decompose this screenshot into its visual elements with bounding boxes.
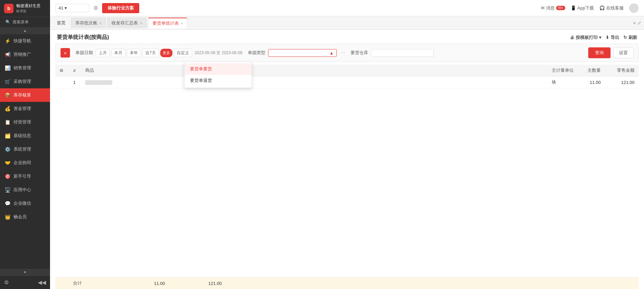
warehouse-label: 要货仓库 bbox=[351, 50, 368, 56]
chevron-down-icon: ▾ bbox=[65, 5, 67, 10]
online-service-btn[interactable]: 🎧 在线客服 bbox=[599, 5, 624, 11]
print-btn[interactable]: 🖨 按模板打印 ▾ bbox=[570, 35, 601, 41]
sidebar-item-icon-3: 🛒 bbox=[4, 78, 11, 85]
col-amount-header: 零售金额 bbox=[605, 65, 639, 76]
sidebar-item-7[interactable]: 🗂️ 基础信息 bbox=[0, 129, 50, 142]
date-7days-btn[interactable]: 近7天 bbox=[142, 49, 159, 57]
date-curr-month-btn[interactable]: 本月 bbox=[111, 49, 125, 57]
col-unit-header: 主计量单位 bbox=[548, 65, 578, 76]
app-download-btn[interactable]: 📱 App下载 bbox=[571, 5, 594, 11]
sidebar-search[interactable]: 🔍 搜索菜单 bbox=[0, 17, 50, 27]
gear-icon[interactable]: ⚙ bbox=[59, 68, 64, 73]
query-btn[interactable]: 查询 bbox=[588, 47, 611, 58]
app-name: 畅捷通好生意 bbox=[16, 3, 41, 9]
print-chevron: ▾ bbox=[599, 35, 601, 40]
sidebar-item-8[interactable]: ⚙️ 系统管理 bbox=[0, 142, 50, 156]
row-gear-0 bbox=[55, 76, 68, 88]
sidebar-item-label-9: 企业协同 bbox=[14, 160, 31, 166]
filter-expand-btn[interactable]: » bbox=[61, 48, 70, 58]
sidebar-item-1[interactable]: 📢 营销推广 bbox=[0, 48, 50, 61]
export-btn[interactable]: ⬇ 导出 bbox=[605, 35, 619, 41]
sidebar-scroll-up-btn[interactable]: ▲ bbox=[0, 27, 50, 34]
footer-amount: 121.00 bbox=[192, 281, 226, 286]
message-icon: ✉ bbox=[541, 5, 545, 10]
company-selector-value: 41 bbox=[58, 5, 63, 10]
sidebar-item-2[interactable]: 📊 销售管理 bbox=[0, 61, 50, 75]
tab-order-stat[interactable]: 要货单统计表 × bbox=[148, 18, 187, 28]
date-curr-year-btn[interactable]: 本年 bbox=[127, 49, 141, 57]
sidebar-item-3[interactable]: 🛒 采购管理 bbox=[0, 75, 50, 88]
sidebar-item-label-8: 系统管理 bbox=[14, 146, 31, 152]
dropdown-option-2[interactable]: 要货单退货 bbox=[185, 75, 252, 86]
tab-expand-btn[interactable]: ⤢ bbox=[637, 20, 641, 26]
type-select-arrow-icon[interactable]: ▲ bbox=[329, 50, 334, 55]
type-select-input[interactable] bbox=[271, 50, 328, 55]
sidebar-item-label-12: 企业微信 bbox=[14, 200, 31, 206]
filter-warehouse-group: 要货仓库 bbox=[351, 49, 434, 57]
warehouse-select-input[interactable] bbox=[374, 50, 431, 55]
settings-btn[interactable]: 设置 bbox=[613, 47, 634, 58]
col-num-header: # bbox=[68, 65, 81, 76]
sidebar-settings-icon[interactable]: ⚙ bbox=[4, 279, 9, 286]
sidebar-item-icon-9: 🤝 bbox=[4, 159, 11, 166]
tab-inventory-batch-close[interactable]: × bbox=[99, 21, 101, 25]
tab-order-stat-label: 要货单统计表 bbox=[152, 20, 179, 26]
sidebar-item-icon-2: 📊 bbox=[4, 65, 11, 71]
sidebar: b 畅捷通好生意 标准版 🔍 搜索菜单 ▲ ⚡ 快捷导航 📢 营销推广 📊 销售… bbox=[0, 0, 50, 289]
message-btn[interactable]: ✉ 消息 99+ bbox=[541, 5, 565, 11]
content-area: 要货单统计表(按商品) 🖨 按模板打印 ▾ ⬇ 导出 ↻ 刷新 » bbox=[50, 30, 644, 289]
sidebar-item-5[interactable]: 💰 资金管理 bbox=[0, 102, 50, 115]
sidebar-scroll-down-btn[interactable]: ▼ bbox=[0, 269, 50, 275]
tab-inventory-summary[interactable]: 收发存汇总表 × bbox=[107, 18, 146, 28]
dropdown-option-1[interactable]: 要货单要货 bbox=[185, 63, 252, 75]
date-custom-btn[interactable]: 自定义 bbox=[174, 49, 192, 57]
sidebar-item-icon-0: ⚡ bbox=[4, 38, 11, 44]
sidebar-item-9[interactable]: 🤝 企业协同 bbox=[0, 156, 50, 170]
sidebar-item-10[interactable]: 🎯 新手引导 bbox=[0, 170, 50, 183]
sidebar-item-11[interactable]: 🖥️ 应用中心 bbox=[0, 183, 50, 197]
topbar-gear-icon[interactable]: ⚙ bbox=[93, 5, 98, 11]
sidebar-item-0[interactable]: ⚡ 快捷导航 bbox=[0, 34, 50, 48]
sidebar-item-label-11: 应用中心 bbox=[14, 187, 31, 193]
type-select-wrapper[interactable]: ▲ bbox=[268, 49, 337, 57]
company-selector[interactable]: 41 ▾ bbox=[55, 4, 89, 12]
sidebar-item-label-6: 经营管理 bbox=[14, 119, 31, 125]
row-amount-0: 121.00 bbox=[605, 76, 639, 88]
download-icon: 📱 bbox=[571, 5, 576, 10]
print-label: 按模板打印 bbox=[576, 35, 598, 41]
refresh-btn[interactable]: ↻ 刷新 bbox=[623, 35, 637, 41]
table-row-0: 1 块 11.00 121.00 bbox=[55, 76, 639, 88]
product-placeholder-0 bbox=[85, 80, 112, 85]
filter-type-group: 单据类型 ▲ ··· bbox=[248, 49, 345, 57]
footer-label: 合计 bbox=[59, 280, 138, 286]
app-name-block: 畅捷通好生意 标准版 bbox=[16, 3, 41, 14]
topbar: 41 ▾ ⚙ 体验行业方案 ✉ 消息 99+ 📱 App下载 🎧 在线客服 bbox=[50, 0, 644, 16]
date-prev-month-btn[interactable]: 上月 bbox=[96, 49, 110, 57]
tab-home[interactable]: 首页 bbox=[53, 18, 70, 28]
date-btns: 上月 本月 本年 近7天 更多 自定义 bbox=[96, 49, 192, 57]
app-download-label: App下载 bbox=[577, 5, 594, 11]
app-version: 标准版 bbox=[16, 9, 41, 14]
message-label: 消息 bbox=[546, 5, 555, 11]
sidebar-item-6[interactable]: 📋 经营管理 bbox=[0, 115, 50, 129]
user-avatar[interactable] bbox=[629, 3, 639, 13]
sidebar-collapse-icon[interactable]: ◀◀ bbox=[38, 279, 46, 286]
date-more-btn[interactable]: 更多 bbox=[160, 49, 172, 57]
tab-expand-btns: × ⤢ bbox=[633, 20, 641, 26]
sidebar-item-4[interactable]: 📦 库存核算 bbox=[0, 88, 50, 102]
type-more-btn[interactable]: ··· bbox=[341, 50, 345, 56]
sidebar-item-13[interactable]: 👑 畅会员 bbox=[0, 210, 50, 224]
tab-inventory-summary-close[interactable]: × bbox=[140, 21, 142, 25]
tab-order-stat-close[interactable]: × bbox=[181, 21, 183, 25]
warehouse-select-wrapper[interactable] bbox=[371, 49, 434, 57]
tab-inventory-batch[interactable]: 库存批次账 × bbox=[71, 18, 106, 28]
export-label: 导出 bbox=[611, 35, 619, 41]
sidebar-item-icon-6: 📋 bbox=[4, 119, 11, 126]
tab-close-all-btn[interactable]: × bbox=[633, 20, 636, 26]
sidebar-item-icon-5: 💰 bbox=[4, 105, 11, 112]
filter-date-group: 单据日期 上月 本月 本年 近7天 更多 自定义 2023-05-06 至 20… bbox=[75, 49, 242, 57]
trial-btn[interactable]: 体验行业方案 bbox=[102, 3, 139, 13]
sidebar-item-icon-4: 📦 bbox=[4, 92, 11, 98]
page-header-actions: 🖨 按模板打印 ▾ ⬇ 导出 ↻ 刷新 bbox=[570, 35, 637, 41]
sidebar-item-12[interactable]: 💬 企业微信 bbox=[0, 197, 50, 210]
